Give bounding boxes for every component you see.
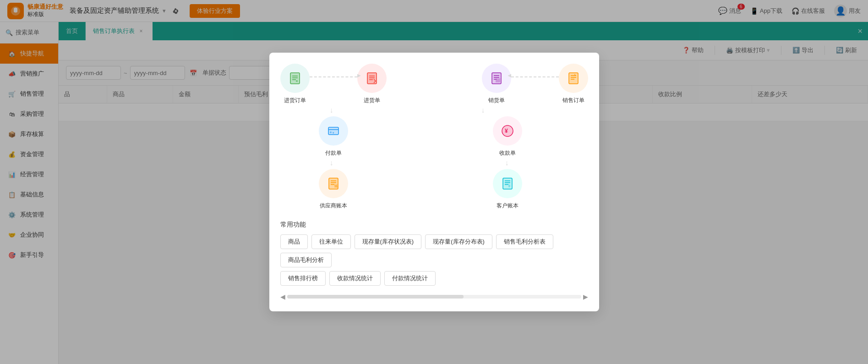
down-arrow-1: ↓ xyxy=(317,106,346,114)
dashed-line-1 xyxy=(310,76,357,77)
svg-rect-1 xyxy=(290,73,300,84)
svg-rect-6 xyxy=(367,73,377,84)
func-buttons-row1: 商品 往来单位 现存量(库存状况表) 现存量(库存分布表) 销售毛利分析表 商品… xyxy=(280,234,588,267)
flow-node-xiaoshou-order[interactable]: 销售订单 xyxy=(559,64,588,104)
arrow-down-2: ↓ xyxy=(468,104,497,116)
down-arrow-2: ↓ xyxy=(468,106,497,114)
xiaohuo-icon xyxy=(482,64,511,93)
func-btn-sales-rank[interactable]: 销售排行榜 xyxy=(280,271,326,286)
spacer-2 xyxy=(346,104,469,116)
jinghuo-order-icon xyxy=(280,64,310,93)
flow-node-jinghuo-single[interactable]: 进货单 xyxy=(357,64,387,104)
flow-node-fukuan[interactable]: ¥ 付款单 xyxy=(319,116,348,157)
gongyingshang-label: 供应商账本 xyxy=(320,202,347,210)
arrows-down-row2: ↓ ↓ xyxy=(280,157,588,169)
arrow-2 xyxy=(511,64,559,77)
flow-row-2: ¥ 付款单 ¥ 收款单 xyxy=(280,116,588,157)
svg-text:¥: ¥ xyxy=(505,128,508,134)
fukuan-label: 付款单 xyxy=(325,149,342,157)
down-arrow-3: ↓ xyxy=(317,159,346,167)
jinghuo-single-icon xyxy=(357,64,387,93)
scrollbar-track[interactable] xyxy=(287,295,581,299)
popup-box: 进货订单 进货单 xyxy=(269,53,599,311)
flow-node-kehu[interactable]: 客户账本 xyxy=(493,169,522,210)
func-btn-stock-status[interactable]: 现存量(库存状况表) xyxy=(355,234,422,249)
arrows-down-row: ↓ ↓ xyxy=(280,104,588,116)
func-btn-stock-dist[interactable]: 现存量(库存分布表) xyxy=(425,234,492,249)
scroll-left-btn[interactable]: ◀ xyxy=(280,293,285,300)
dashed-line-2 xyxy=(511,76,559,77)
svg-text:账: 账 xyxy=(334,184,338,188)
spacer-ad2-mid xyxy=(346,157,492,169)
svg-rect-36 xyxy=(503,178,512,189)
shoukuan-label: 收款单 xyxy=(499,149,516,157)
flow-diagram: 进货订单 进货单 xyxy=(280,64,588,210)
xiaoshou-order-icon xyxy=(559,64,588,93)
gongyingshang-icon: 账 xyxy=(319,169,348,198)
arrow-down-4: ↓ xyxy=(492,157,522,169)
func-btn-product[interactable]: 商品 xyxy=(280,234,308,249)
shoukuan-icon: ¥ xyxy=(493,116,522,146)
func-buttons-row2: 销售排行榜 收款情况统计 付款情况统计 xyxy=(280,271,588,286)
fukuan-icon: ¥ xyxy=(319,116,348,146)
func-btn-payment-stats[interactable]: 付款情况统计 xyxy=(384,271,436,286)
spacer-4 xyxy=(559,104,588,116)
jinghuo-order-label: 进货订单 xyxy=(284,97,306,104)
scrollbar-thumb xyxy=(287,295,464,299)
jinghuo-single-label: 进货单 xyxy=(364,97,380,104)
flow-row-1: 进货订单 进货单 xyxy=(280,64,588,104)
flow-node-gongyingshang[interactable]: 账 供应商账本 xyxy=(319,169,348,210)
func-btn-product-gross[interactable]: 商品毛利分析 xyxy=(280,253,332,267)
flow-row-3: 账 供应商账本 客户账本 xyxy=(280,169,588,210)
xiaoshou-order-label: 销售订单 xyxy=(562,97,584,104)
arrow-down-1: ↓ xyxy=(317,104,346,116)
scroll-right-btn[interactable]: ▶ xyxy=(583,293,588,300)
kehu-icon xyxy=(493,169,522,198)
arrow-down-3: ↓ xyxy=(317,157,346,169)
flow-node-jinghuo-order[interactable]: 进货订单 xyxy=(280,64,310,104)
down-arrow-4: ↓ xyxy=(492,159,522,167)
svg-rect-17 xyxy=(569,73,578,84)
svg-point-25 xyxy=(330,131,332,133)
popup-overlay[interactable]: 进货订单 进货单 xyxy=(0,0,868,364)
flow-node-shoukuan[interactable]: ¥ 收款单 xyxy=(493,116,522,157)
common-func-title: 常用功能 xyxy=(280,221,588,229)
arrow-1 xyxy=(310,64,357,77)
func-btn-partner[interactable]: 往来单位 xyxy=(311,234,351,249)
xiaohuo-label: 销货单 xyxy=(488,97,505,104)
spacer-3 xyxy=(497,104,558,116)
flow-node-xiaohuo[interactable]: 销货单 xyxy=(482,64,511,104)
spacer-ad2-right xyxy=(522,157,588,169)
popup-scrollbar-area: ◀ ▶ xyxy=(280,293,588,300)
func-btn-receipt-stats[interactable]: 收款情况统计 xyxy=(329,271,381,286)
kehu-label: 客户账本 xyxy=(497,202,519,210)
common-func-section: 常用功能 商品 往来单位 现存量(库存状况表) 现存量(库存分布表) 销售毛利分… xyxy=(280,221,588,286)
svg-rect-16 xyxy=(496,78,500,82)
func-btn-sales-gross[interactable]: 销售毛利分析表 xyxy=(496,234,553,249)
